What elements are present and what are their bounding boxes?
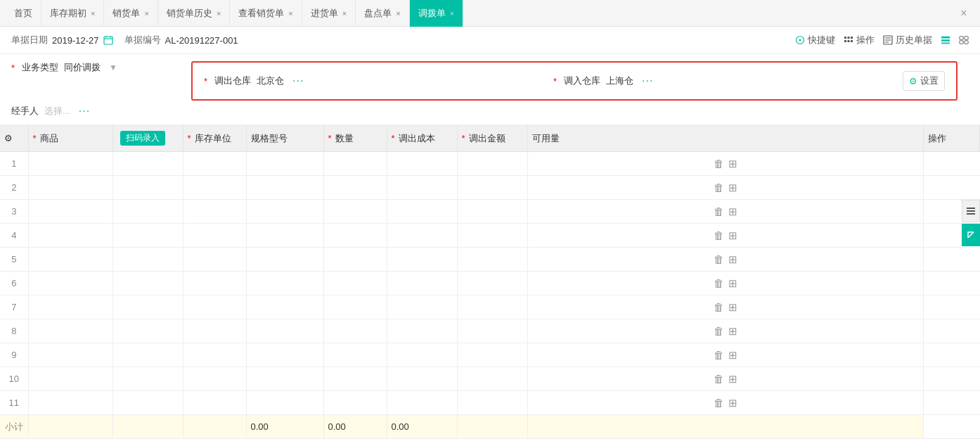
tab-close-inventory-init[interactable]: × bbox=[91, 9, 95, 18]
copy-icon-11[interactable]: ⊞ bbox=[728, 397, 737, 409]
quantity-cell-6[interactable] bbox=[246, 272, 323, 295]
amount-cell-8[interactable] bbox=[387, 319, 457, 343]
amount-cell-10[interactable] bbox=[387, 367, 457, 391]
tab-close-purchase[interactable]: × bbox=[342, 9, 347, 18]
unit-cell-8[interactable] bbox=[112, 319, 183, 343]
available-cell-2[interactable] bbox=[457, 176, 527, 200]
delete-icon-2[interactable]: 🗑 bbox=[714, 181, 724, 193]
delete-icon-11[interactable]: 🗑 bbox=[714, 397, 724, 409]
copy-icon-4[interactable]: ⊞ bbox=[728, 229, 737, 242]
quantity-cell-4[interactable] bbox=[246, 224, 323, 248]
unit-cell-4[interactable] bbox=[112, 224, 183, 248]
product-cell-8[interactable] bbox=[28, 319, 112, 343]
unit-cell-9[interactable] bbox=[112, 343, 183, 367]
spec-cell-6[interactable] bbox=[183, 272, 246, 295]
tab-view-sales[interactable]: 查看销货单 × bbox=[230, 0, 302, 27]
copy-icon-10[interactable]: ⊞ bbox=[728, 373, 737, 386]
product-cell-2[interactable] bbox=[28, 176, 112, 200]
quantity-cell-9[interactable] bbox=[246, 343, 323, 367]
tab-close-sales-order[interactable]: × bbox=[144, 9, 148, 18]
product-cell-4[interactable] bbox=[28, 224, 112, 248]
tab-inventory-init[interactable]: 库存期初 × bbox=[41, 0, 104, 27]
operation-btn[interactable]: 操作 bbox=[844, 34, 875, 46]
spec-cell-11[interactable] bbox=[183, 391, 246, 415]
product-cell-11[interactable] bbox=[28, 391, 112, 415]
spec-cell-3[interactable] bbox=[183, 200, 246, 224]
available-cell-6[interactable] bbox=[457, 272, 527, 295]
settings-btn[interactable]: ⚙ 设置 bbox=[903, 71, 945, 91]
tab-close-view-sales[interactable]: × bbox=[288, 9, 292, 18]
unit-cell-1[interactable] bbox=[112, 152, 183, 176]
spec-cell-5[interactable] bbox=[183, 248, 246, 272]
product-cell-1[interactable] bbox=[28, 152, 112, 176]
cost-cell-1[interactable] bbox=[323, 152, 387, 176]
cost-cell-3[interactable] bbox=[323, 200, 387, 224]
copy-icon-5[interactable]: ⊞ bbox=[728, 253, 737, 266]
copy-icon-9[interactable]: ⊞ bbox=[728, 349, 737, 362]
amount-cell-9[interactable] bbox=[387, 343, 457, 367]
unit-cell-7[interactable] bbox=[112, 295, 183, 319]
available-cell-5[interactable] bbox=[457, 248, 527, 272]
available-cell-7[interactable] bbox=[457, 295, 527, 319]
quantity-cell-1[interactable] bbox=[246, 152, 323, 176]
tab-close-sales-history[interactable]: × bbox=[217, 9, 221, 18]
quantity-cell-8[interactable] bbox=[246, 319, 323, 343]
float-list-btn[interactable] bbox=[962, 200, 980, 222]
delete-icon-6[interactable]: 🗑 bbox=[714, 277, 724, 289]
copy-icon-3[interactable]: ⊞ bbox=[728, 205, 737, 218]
cost-cell-11[interactable] bbox=[323, 391, 387, 415]
unit-cell-6[interactable] bbox=[112, 272, 183, 295]
copy-icon-8[interactable]: ⊞ bbox=[728, 325, 737, 338]
tab-close-transfer[interactable]: × bbox=[450, 9, 454, 18]
available-cell-1[interactable] bbox=[457, 152, 527, 176]
amount-cell-5[interactable] bbox=[387, 248, 457, 272]
amount-cell-4[interactable] bbox=[387, 224, 457, 248]
product-cell-7[interactable] bbox=[28, 295, 112, 319]
amount-cell-7[interactable] bbox=[387, 295, 457, 319]
cost-cell-4[interactable] bbox=[323, 224, 387, 248]
cost-cell-9[interactable] bbox=[323, 343, 387, 367]
person-more-btn[interactable]: ··· bbox=[79, 105, 90, 117]
layout-grid-btn[interactable] bbox=[959, 35, 969, 45]
amount-cell-1[interactable] bbox=[387, 152, 457, 176]
unit-cell-5[interactable] bbox=[112, 248, 183, 272]
tab-purchase[interactable]: 进货单 × bbox=[302, 0, 356, 27]
business-type-dropdown[interactable]: ▼ bbox=[109, 63, 117, 72]
cost-cell-5[interactable] bbox=[323, 248, 387, 272]
spec-cell-8[interactable] bbox=[183, 319, 246, 343]
quantity-cell-10[interactable] bbox=[246, 367, 323, 391]
product-cell-5[interactable] bbox=[28, 248, 112, 272]
spec-cell-4[interactable] bbox=[183, 224, 246, 248]
cost-cell-7[interactable] bbox=[323, 295, 387, 319]
layout-list-btn[interactable] bbox=[941, 35, 950, 45]
unit-cell-10[interactable] bbox=[112, 367, 183, 391]
available-cell-9[interactable] bbox=[457, 343, 527, 367]
amount-cell-6[interactable] bbox=[387, 272, 457, 295]
unit-cell-3[interactable] bbox=[112, 200, 183, 224]
tab-stocktake[interactable]: 盘点单 × bbox=[356, 0, 409, 27]
person-select[interactable]: 选择... bbox=[44, 105, 70, 117]
cost-cell-10[interactable] bbox=[323, 367, 387, 391]
copy-icon-6[interactable]: ⊞ bbox=[728, 277, 737, 290]
product-cell-10[interactable] bbox=[28, 367, 112, 391]
unit-cell-11[interactable] bbox=[112, 391, 183, 415]
spec-cell-1[interactable] bbox=[183, 152, 246, 176]
history-btn[interactable]: 历史单据 bbox=[883, 34, 932, 46]
cost-cell-6[interactable] bbox=[323, 272, 387, 295]
amount-cell-2[interactable] bbox=[387, 176, 457, 200]
cost-cell-2[interactable] bbox=[323, 176, 387, 200]
tab-sales-order[interactable]: 销货单 × bbox=[104, 0, 157, 27]
spec-cell-10[interactable] bbox=[183, 367, 246, 391]
spec-cell-9[interactable] bbox=[183, 343, 246, 367]
quantity-cell-11[interactable] bbox=[246, 391, 323, 415]
copy-icon-1[interactable]: ⊞ bbox=[728, 158, 737, 170]
unit-cell-2[interactable] bbox=[112, 176, 183, 200]
delete-icon-10[interactable]: 🗑 bbox=[714, 373, 724, 385]
tab-close-stocktake[interactable]: × bbox=[396, 9, 400, 18]
delete-icon-9[interactable]: 🗑 bbox=[714, 349, 724, 361]
float-expand-btn[interactable] bbox=[962, 224, 980, 246]
quantity-cell-7[interactable] bbox=[246, 295, 323, 319]
product-cell-3[interactable] bbox=[28, 200, 112, 224]
transfer-out-more-btn[interactable]: ··· bbox=[292, 75, 304, 87]
scan-entry-btn[interactable]: 扫码录入 bbox=[120, 131, 165, 146]
